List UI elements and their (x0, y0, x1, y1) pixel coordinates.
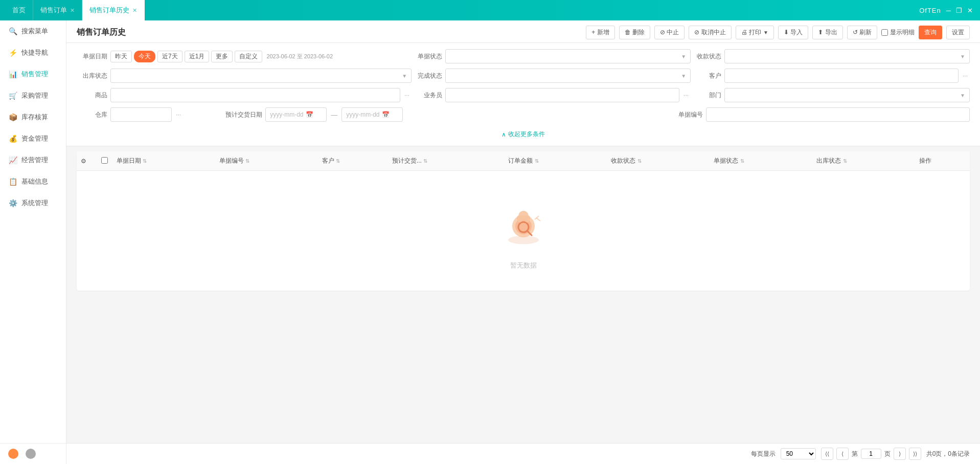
salesperson-ellipsis-icon[interactable]: ··· (681, 92, 691, 99)
goods-control: ··· (110, 88, 412, 102)
sidebar-item-sys-mgmt[interactable]: ⚙️ 系统管理 (0, 192, 66, 214)
th-date: 单据日期 ⇅ (112, 151, 215, 171)
customer-ellipsis-icon[interactable]: ··· (961, 72, 970, 79)
tab-sales-order-history[interactable]: 销售订单历史 ✕ (82, 0, 145, 20)
tab-sales-order-close[interactable]: ✕ (70, 7, 75, 14)
page-first-btn[interactable]: ⟨⟨ (821, 448, 833, 460)
page-label: 第 (852, 450, 858, 458)
goods-input[interactable] (110, 88, 400, 102)
date-yesterday-btn[interactable]: 昨天 (110, 51, 132, 62)
order-no-control (706, 107, 970, 122)
warehouse-input[interactable] (110, 107, 172, 122)
customer-input[interactable] (724, 69, 959, 83)
department-control: ▼ (724, 88, 970, 102)
display-toggle[interactable]: 显示明细 (881, 28, 915, 37)
often-text: OfTEn (919, 7, 941, 14)
filter-payment-status: 收款状态 ▼ (691, 49, 970, 63)
sidebar-item-purchase-mgmt-label: 采购管理 (21, 91, 48, 100)
page-next-btn[interactable]: ⟩ (894, 448, 906, 460)
sidebar-item-finance-label: 资金管理 (21, 134, 48, 143)
goods-label: 商品 (77, 91, 107, 100)
minimize-btn[interactable]: ─ (946, 7, 951, 14)
order-status-select[interactable]: ▼ (445, 49, 691, 63)
th-delivery: 预计交货... ⇅ (388, 151, 505, 171)
settings-col-icon[interactable]: ⚙ (81, 158, 86, 165)
sidebar-item-finance[interactable]: 💰 资金管理 (0, 128, 66, 149)
department-arrow-icon: ▼ (960, 93, 965, 98)
amount-sort-icon[interactable]: ⇅ (535, 158, 539, 164)
tab-sales-order-history-close[interactable]: ✕ (132, 7, 137, 14)
order-no-input[interactable] (706, 107, 970, 122)
sidebar-item-operations[interactable]: 📈 经营管理 (0, 149, 66, 171)
filter-row-2: 出库状态 ▼ 完成状态 ▼ (77, 69, 970, 83)
delete-button[interactable]: 🗑 删除 (619, 26, 650, 39)
collapse-more-btn[interactable]: ∧ 收起更多条件 (77, 127, 970, 140)
add-button[interactable]: + 新增 (586, 26, 614, 39)
date-7days-btn[interactable]: 近7天 (157, 51, 183, 62)
stop-button[interactable]: ⊘ 中止 (654, 26, 685, 39)
query-button[interactable]: 查询 (919, 26, 942, 39)
complete-status-select[interactable]: ▼ (445, 69, 691, 83)
cancel-stop-button[interactable]: ⊘ 取消中止 (689, 26, 731, 39)
date-more-btn[interactable]: 更多 (211, 51, 233, 62)
complete-status-control: ▼ (445, 69, 691, 83)
warehouse-ellipsis-icon[interactable]: ··· (174, 111, 183, 118)
tab-sales-order-history-label: 销售订单历史 (89, 6, 129, 15)
payment-status-sort-icon[interactable]: ⇅ (637, 158, 642, 164)
date-today-btn[interactable]: 今天 (134, 51, 155, 62)
print-button[interactable]: 🖨 打印 ▼ (736, 26, 774, 39)
sidebar-item-sales-mgmt[interactable]: 📊 销售管理 (0, 63, 66, 85)
sidebar-item-operations-label: 经营管理 (21, 156, 48, 165)
order-status-control: ▼ (445, 49, 691, 63)
top-bar: 首页 销售订单 ✕ 销售订单历史 ✕ OfTEn ─ ❐ ✕ (0, 0, 980, 20)
page-prev-btn[interactable]: ⟨ (836, 448, 849, 460)
tab-home[interactable]: 首页 (5, 0, 33, 20)
settings-button[interactable]: 设置 (946, 26, 970, 39)
payment-status-label: 收款状态 (691, 52, 721, 61)
sidebar-item-quick-nav[interactable]: ⚡ 快捷导航 (0, 42, 66, 63)
export-button[interactable]: ⬆ 导出 (812, 26, 842, 39)
salesperson-input[interactable] (445, 88, 679, 102)
page-last-btn[interactable]: ⟩⟩ (909, 448, 921, 460)
complete-status-label: 完成状态 (412, 72, 442, 80)
page-unit: 页 (884, 450, 891, 458)
date-custom-btn[interactable]: 自定义 (235, 51, 262, 62)
tab-sales-order[interactable]: 销售订单 ✕ (33, 0, 82, 20)
date-sort-icon[interactable]: ⇅ (143, 158, 147, 164)
data-table: ⚙ 单据日期 ⇅ 单据编号 ⇅ (77, 151, 970, 291)
delivery-sort-icon[interactable]: ⇅ (423, 158, 427, 164)
th-amount: 订单金额 ⇅ (504, 151, 607, 171)
sidebar-settings-icon[interactable] (8, 449, 18, 459)
sidebar-collapse-icon[interactable] (26, 449, 36, 459)
th-settings: ⚙ (77, 151, 97, 171)
select-all-checkbox[interactable] (101, 157, 108, 164)
sidebar-item-inventory[interactable]: 📦 库存核算 (0, 106, 66, 128)
restore-btn[interactable]: ❐ (956, 7, 962, 14)
close-btn[interactable]: ✕ (967, 7, 973, 14)
delivery-date-end-input[interactable]: yyyy-mm-dd 📅 (341, 107, 403, 122)
outbound-status-select[interactable]: ▼ (110, 69, 412, 83)
goods-ellipsis-icon[interactable]: ··· (402, 92, 412, 99)
sidebar-item-search-menu[interactable]: 🔍 搜索菜单 (0, 20, 66, 42)
refresh-button[interactable]: ↺ 刷新 (847, 26, 877, 39)
department-select[interactable]: ▼ (724, 88, 970, 102)
order-status-sort-icon[interactable]: ⇅ (740, 158, 744, 164)
page-size-select[interactable]: 50 10 20 100 (781, 448, 816, 459)
import-button[interactable]: ⬇ 导入 (778, 26, 808, 39)
no-sort-icon[interactable]: ⇅ (245, 158, 249, 164)
th-operation: 操作 (915, 151, 970, 171)
date-1month-btn[interactable]: 近1月 (185, 51, 210, 62)
page-input[interactable] (861, 449, 881, 459)
filter-complete-status: 完成状态 ▼ (412, 69, 691, 83)
sidebar-item-purchase-mgmt[interactable]: 🛒 采购管理 (0, 85, 66, 106)
sidebar-item-basic-info[interactable]: 📋 基础信息 (0, 171, 66, 192)
page-header: 销售订单历史 + 新增 🗑 删除 ⊘ 中止 ⊘ 取消中止 🖨 打印 ▼ ⬇ 导入… (66, 20, 980, 43)
display-toggle-checkbox[interactable] (881, 29, 888, 36)
delivery-date-start-input[interactable]: yyyy-mm-dd 📅 (265, 107, 327, 122)
outbound-status-sort-icon[interactable]: ⇅ (843, 158, 847, 164)
customer-sort-icon[interactable]: ⇅ (336, 158, 340, 164)
page-title: 销售订单历史 (77, 27, 126, 38)
salesperson-control: ··· (445, 88, 691, 102)
payment-status-select[interactable]: ▼ (724, 49, 970, 63)
tab-sales-order-label: 销售订单 (40, 6, 67, 15)
